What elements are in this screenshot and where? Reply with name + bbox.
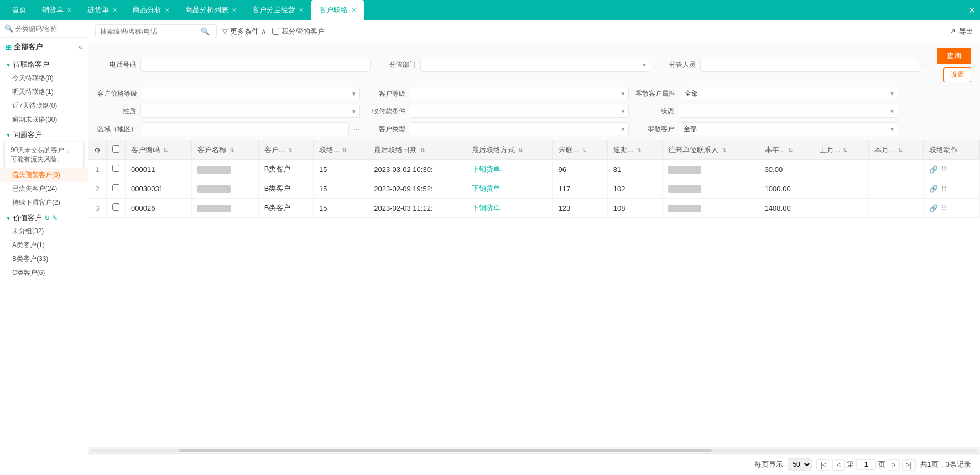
- sort-icon[interactable]: ⇅: [582, 147, 586, 153]
- sidebar-all-customers[interactable]: ⊞ 全部客户 «: [0, 38, 88, 56]
- page-size-select[interactable]: 50: [788, 458, 812, 471]
- price-level-select[interactable]: [142, 87, 360, 100]
- nav-tab-analysis[interactable]: 商品分析 ✕: [125, 0, 178, 20]
- contact-person-cell: ███ ██: [663, 160, 759, 179]
- nav-tab-customer-contact[interactable]: 客户联络 ✕: [311, 0, 364, 20]
- sort-icon[interactable]: ⇅: [898, 147, 903, 153]
- scrollbar-thumb[interactable]: [179, 449, 711, 452]
- contact-cell: 15: [313, 199, 368, 218]
- filter-field-nature: 性质 ▼: [97, 105, 360, 118]
- sort-icon[interactable]: ⇅: [788, 147, 793, 153]
- region-input[interactable]: [142, 122, 349, 135]
- more-dots-icon[interactable]: ···: [924, 61, 930, 70]
- sidebar-item-class-b[interactable]: B类客户(33): [0, 252, 88, 266]
- row-checkbox[interactable]: [112, 184, 119, 191]
- nature-label: 性质: [97, 107, 136, 116]
- table-footer: 每页显示 50 |< < 第 页 > >| 共1页，3条记录: [88, 453, 980, 475]
- link-icon[interactable]: 🔗: [929, 185, 938, 193]
- nav-tab-customer-layer[interactable]: 客户分层经营 ✕: [244, 0, 311, 20]
- close-icon[interactable]: ✕: [232, 7, 237, 14]
- sort-icon[interactable]: ⇅: [342, 147, 347, 153]
- edit-icon[interactable]: ✎: [52, 214, 58, 222]
- sort-icon[interactable]: ⇅: [230, 147, 234, 153]
- sort-icon[interactable]: ⇅: [843, 147, 847, 153]
- close-icon[interactable]: ✕: [351, 7, 356, 14]
- status-select[interactable]: [679, 105, 898, 118]
- customer-type-select[interactable]: [410, 122, 629, 135]
- payment-select[interactable]: [410, 105, 629, 118]
- my-customers-check[interactable]: [272, 28, 279, 35]
- sidebar-item-churned[interactable]: 已流失客户(24): [0, 182, 88, 196]
- data-table-area: ⚙ 客户编码 ⇅ 客户名称 ⇅: [88, 140, 980, 447]
- sidebar-group-pending[interactable]: ▼ 待联络客户: [0, 56, 88, 71]
- close-icon[interactable]: ✕: [165, 7, 170, 14]
- next-page-button[interactable]: >: [888, 459, 900, 471]
- more-conditions-button[interactable]: ▽ 更多条件 ∧: [222, 27, 267, 36]
- zero-attr-select[interactable]: 全部: [680, 87, 898, 100]
- more-dots-icon[interactable]: ···: [353, 124, 360, 133]
- last-contact-method-cell[interactable]: 下销货单: [466, 160, 552, 179]
- gear-icon[interactable]: ⚙: [94, 146, 101, 154]
- customer-level-select[interactable]: [410, 87, 629, 100]
- status-label: 状态: [635, 107, 674, 116]
- export-button[interactable]: ↗ 导出: [950, 27, 973, 36]
- row-checkbox[interactable]: [112, 203, 119, 211]
- sidebar-item-declining[interactable]: 持续下滑客户(2): [0, 196, 88, 210]
- unlinkd-cell: 123: [552, 199, 607, 218]
- select-all-checkbox[interactable]: [112, 145, 119, 153]
- sidebar-item-class-a[interactable]: A类客户(1): [0, 238, 88, 252]
- nature-select[interactable]: [140, 105, 360, 118]
- sidebar-item-class-c[interactable]: C类客户(6): [0, 266, 88, 280]
- sidebar-item-tomorrow-pending[interactable]: 明天待联络(1): [0, 85, 88, 99]
- nav-tab-purchase[interactable]: 进货单 ✕: [80, 0, 125, 20]
- page-number-input[interactable]: [856, 459, 876, 470]
- sort-icon[interactable]: ⇅: [518, 147, 523, 153]
- manager-input[interactable]: [700, 59, 919, 72]
- last-contact-method-cell[interactable]: 下销货单: [466, 179, 552, 199]
- sidebar-item-today-pending[interactable]: 今天待联络(0): [0, 71, 88, 85]
- sort-icon[interactable]: ⇅: [420, 147, 425, 153]
- more-actions-icon[interactable]: ⠿: [941, 185, 947, 193]
- sort-icon[interactable]: ⇅: [163, 147, 168, 153]
- last-contact-method-cell[interactable]: 下销货单: [466, 199, 552, 218]
- row-checkbox[interactable]: [112, 165, 119, 172]
- link-icon[interactable]: 🔗: [929, 165, 938, 174]
- zero-customer-select-wrap: 全部 ▼: [679, 122, 898, 135]
- close-icon[interactable]: ✕: [112, 7, 117, 14]
- close-icon[interactable]: ✕: [67, 7, 72, 14]
- sidebar-group-problem[interactable]: ▼ 问题客户: [0, 127, 88, 142]
- sidebar-search-input[interactable]: [15, 25, 88, 33]
- more-actions-icon[interactable]: ⠿: [941, 165, 947, 174]
- sidebar-item-ungrouped[interactable]: 未分组(32): [0, 225, 88, 238]
- collapse-icon[interactable]: «: [79, 43, 82, 51]
- sidebar-item-churn-warning[interactable]: 流失预警客户(3): [0, 168, 88, 182]
- nav-tab-salesorder[interactable]: 销货单 ✕: [34, 0, 80, 20]
- refresh-icon[interactable]: ↻: [44, 214, 50, 222]
- my-customers-checkbox[interactable]: 我分管的客户: [272, 27, 325, 36]
- nav-tab-home[interactable]: 首页: [4, 0, 34, 20]
- zero-customer-select[interactable]: 全部: [679, 122, 898, 135]
- sidebar-search-bar[interactable]: 🔍: [0, 20, 88, 38]
- prev-page-button[interactable]: <: [832, 459, 845, 471]
- nav-tab-analysis-list[interactable]: 商品分析列表 ✕: [178, 0, 244, 20]
- sort-icon[interactable]: ⇅: [722, 147, 726, 153]
- dept-select[interactable]: [420, 59, 650, 72]
- search-box[interactable]: 🔍: [95, 24, 217, 38]
- query-button[interactable]: 查询: [937, 48, 971, 64]
- sidebar-item-overdue-uncontacted[interactable]: 逾期未联络(30): [0, 113, 88, 127]
- link-icon[interactable]: 🔗: [929, 204, 938, 212]
- last-page-button[interactable]: >|: [902, 459, 916, 471]
- first-page-button[interactable]: |<: [816, 459, 830, 471]
- more-actions-icon[interactable]: ⠿: [941, 204, 947, 212]
- sort-icon[interactable]: ⇅: [288, 147, 292, 153]
- horizontal-scrollbar[interactable]: [88, 447, 980, 453]
- phone-input[interactable]: [140, 59, 371, 72]
- close-icon[interactable]: ✕: [299, 7, 304, 14]
- sidebar-item-7days-pending[interactable]: 近7天待联络(0): [0, 99, 88, 113]
- overdue-cell: 108: [607, 199, 662, 218]
- settings-button[interactable]: 设置: [943, 67, 971, 82]
- search-input[interactable]: [100, 28, 201, 35]
- sort-icon[interactable]: ⇅: [637, 147, 641, 153]
- window-close-button[interactable]: ✕: [968, 5, 976, 15]
- sidebar-group-value[interactable]: ▼ 价值客户 ↻ ✎: [0, 210, 88, 225]
